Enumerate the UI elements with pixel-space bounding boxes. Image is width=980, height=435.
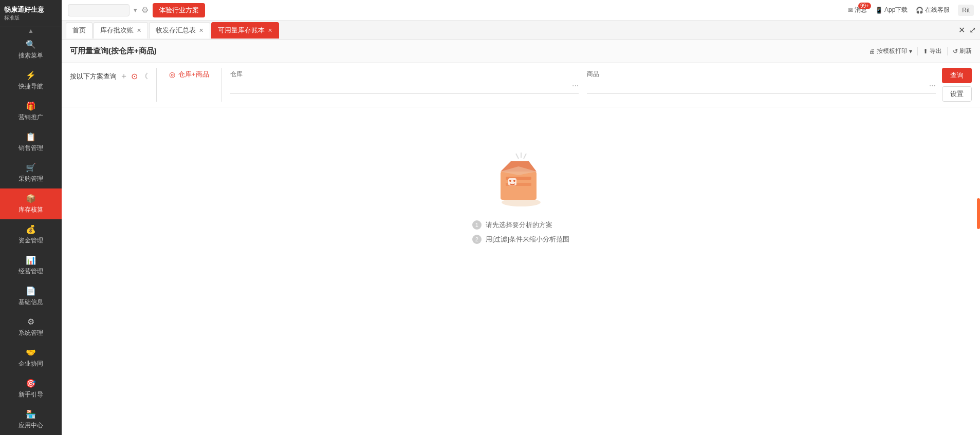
template-arrow-icon: ▾ — [909, 48, 912, 55]
empty-tip-2: 2 用[过滤]条件来缩小分析范围 — [472, 235, 569, 244]
sidebar-item-search[interactable]: 🔍 搜索菜单 — [0, 34, 62, 65]
sidebar-item-label: 新手引导 — [19, 390, 43, 399]
page-header-actions: 🖨 按模板打印 ▾ ⬆ 导出 ↺ 刷新 — [869, 47, 972, 55]
main-area: ▾ ⚙ 体验行业方案 ✉ 消息 99+ 📱 App下载 🎧 在线客服 Rit — [62, 0, 980, 435]
sidebar: 畅康通好生意 标准版 ▲ 🔍 搜索菜单 ⚡ 快捷导航 🎁 营销推广 📋 销售管理… — [0, 0, 62, 435]
message-icon: ✉ — [848, 7, 853, 14]
sidebar-item-inventory[interactable]: 📦 库存核算 — [0, 188, 62, 219]
sidebar-item-guide[interactable]: 🎯 新手引导 — [0, 373, 62, 404]
filter-divider — [156, 68, 157, 102]
filter-collapse-icon[interactable]: 《 — [141, 72, 148, 81]
app-download-button[interactable]: 📱 App下载 — [875, 6, 908, 14]
filter-label-text: 按以下方案查询 — [70, 72, 117, 81]
tab-summary[interactable]: 收发存汇总表 ✕ — [149, 22, 210, 39]
dropdown-arrow-icon[interactable]: ▾ — [134, 6, 137, 14]
message-badge: 99+ — [858, 3, 871, 9]
query-fields: 仓库 ··· 商品 ··· — [230, 68, 936, 96]
inventory-icon: 📦 — [26, 194, 36, 203]
goods-more-icon[interactable]: ··· — [929, 81, 936, 90]
sidebar-item-label: 采购管理 — [19, 175, 43, 183]
search-icon: 🔍 — [26, 40, 36, 49]
export-label: 导出 — [930, 47, 942, 55]
topbar-search-input[interactable] — [68, 4, 130, 16]
sidebar-item-label: 搜索菜单 — [19, 51, 43, 60]
refresh-button[interactable]: ↺ 刷新 — [953, 47, 972, 55]
sidebar-item-enterprise[interactable]: 🤝 企业协同 — [0, 343, 62, 373]
goods-field: 商品 ··· — [587, 70, 936, 94]
template-print-button[interactable]: 🖨 按模板打印 ▾ — [869, 47, 912, 55]
topbar: ▾ ⚙ 体验行业方案 ✉ 消息 99+ 📱 App下载 🎧 在线客服 Rit — [62, 0, 980, 21]
filter-scheme-item[interactable]: ◎ 仓库+商品 — [165, 68, 213, 81]
svg-line-9 — [524, 154, 526, 159]
apps-icon: 🏪 — [26, 409, 36, 419]
tab-home[interactable]: 首页 — [66, 22, 93, 39]
goods-input[interactable] — [587, 80, 929, 91]
empty-illustration — [490, 148, 552, 210]
tip-text-2: 用[过滤]条件来缩小分析范围 — [486, 235, 569, 244]
query-button[interactable]: 查询 — [942, 68, 972, 83]
sidebar-item-sales[interactable]: 📋 销售管理 — [0, 127, 62, 158]
warehouse-more-icon[interactable]: ··· — [572, 81, 579, 90]
divider1 — [917, 47, 918, 55]
message-button[interactable]: ✉ 消息 99+ — [848, 6, 867, 14]
filter-add-icon[interactable]: ＋ — [120, 71, 128, 82]
scheme-label: 仓库+商品 — [178, 70, 209, 79]
tab-batch-label: 库存批次账 — [100, 26, 134, 35]
page-title: 可用量查询(按仓库+商品) — [70, 46, 157, 56]
window-maximize-icon[interactable]: ⤢ — [969, 25, 976, 35]
filter-area: 按以下方案查询 ＋ ⊙ 《 ◎ 仓库+商品 仓库 ··· — [62, 63, 980, 107]
app-logo: 畅康通好生意 标准版 — [0, 0, 62, 27]
marketing-icon: 🎁 — [26, 101, 36, 111]
user-menu-button[interactable]: Rit — [958, 5, 974, 16]
template-print-label: 按模板打印 — [877, 47, 908, 55]
online-service-button[interactable]: 🎧 在线客服 — [916, 6, 950, 14]
sidebar-item-shortcut[interactable]: ⚡ 快捷导航 — [0, 65, 62, 96]
window-close-icon[interactable]: ✕ — [958, 25, 965, 35]
service-label: 在线客服 — [925, 6, 950, 14]
sidebar-item-label: 系统管理 — [19, 329, 43, 337]
export-button[interactable]: ⬆ 导出 — [923, 47, 942, 55]
sidebar-item-label: 经营管理 — [19, 267, 43, 276]
username-label: Rit — [962, 7, 970, 14]
sidebar-item-label: 快捷导航 — [19, 82, 43, 91]
tab-available[interactable]: 可用量库存账本 ✕ — [211, 22, 279, 39]
goods-field-label: 商品 — [587, 70, 936, 79]
window-controls: ✕ ⤢ — [958, 25, 976, 35]
phone-icon: 📱 — [875, 7, 883, 14]
tab-available-close-icon[interactable]: ✕ — [268, 27, 272, 34]
tab-available-label: 可用量库存账本 — [218, 26, 265, 35]
empty-state: 1 请先选择要分析的方案 2 用[过滤]条件来缩小分析范围 — [62, 107, 980, 285]
app-edition: 标准版 — [4, 14, 58, 22]
sidebar-item-apps[interactable]: 🏪 应用中心 — [0, 404, 62, 435]
sidebar-item-label: 资金管理 — [19, 236, 43, 245]
tab-summary-close-icon[interactable]: ✕ — [199, 27, 204, 34]
sales-icon: 📋 — [26, 132, 36, 142]
sidebar-item-label: 企业协同 — [19, 360, 43, 368]
filter-setting-icon[interactable]: ⊙ — [131, 71, 138, 81]
sidebar-item-operation[interactable]: 📊 经营管理 — [0, 250, 62, 281]
topbar-right: ✉ 消息 99+ 📱 App下载 🎧 在线客服 Rit — [848, 5, 974, 16]
purchase-icon: 🛒 — [26, 163, 36, 173]
print-icon: 🖨 — [869, 48, 875, 55]
sidebar-scroll-up[interactable]: ▲ — [0, 27, 62, 34]
query-actions: 查询 设置 — [942, 68, 972, 102]
tab-batch[interactable]: 库存批次账 ✕ — [94, 22, 148, 39]
sidebar-item-finance[interactable]: 💰 资金管理 — [0, 219, 62, 250]
warehouse-field: 仓库 ··· — [230, 70, 579, 94]
tab-batch-close-icon[interactable]: ✕ — [137, 27, 141, 34]
sidebar-item-marketing[interactable]: 🎁 营销推广 — [0, 96, 62, 127]
sidebar-item-label: 营销推广 — [19, 113, 43, 122]
settings-button[interactable]: 设置 — [942, 86, 972, 102]
sidebar-item-label: 基础信息 — [19, 298, 43, 307]
warehouse-input[interactable] — [230, 80, 572, 91]
sidebar-item-label: 销售管理 — [19, 144, 43, 153]
scrollbar-indicator[interactable] — [977, 198, 980, 229]
sidebar-item-purchase[interactable]: 🛒 采购管理 — [0, 158, 62, 188]
gear-icon[interactable]: ⚙ — [141, 5, 149, 15]
sidebar-item-label: 应用中心 — [19, 421, 43, 430]
industry-solution-button[interactable]: 体验行业方案 — [153, 3, 205, 17]
export-icon: ⬆ — [923, 48, 928, 55]
sidebar-item-basic[interactable]: 📄 基础信息 — [0, 281, 62, 312]
operation-icon: 📊 — [26, 255, 36, 265]
sidebar-item-system[interactable]: ⚙ 系统管理 — [0, 312, 62, 343]
